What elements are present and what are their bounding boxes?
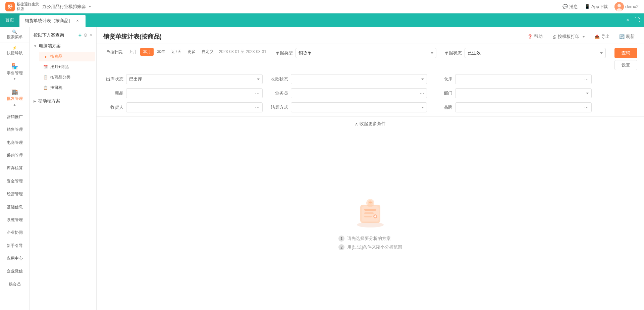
product-label: 商品: [103, 90, 123, 96]
nav-icon: ⚡: [0, 46, 29, 50]
topbar-right: 💬 消息 📱 App下载 demo2: [562, 2, 639, 11]
export-button[interactable]: 📤 导出: [592, 32, 612, 41]
sidebar-item-sales[interactable]: 销售管理: [0, 123, 29, 136]
empty-illustration: [350, 191, 390, 231]
filter-item-by-product[interactable]: ● 按商品: [39, 52, 95, 61]
salesperson-dots-icon[interactable]: ···: [420, 91, 424, 96]
sidebar-item-inventory[interactable]: 库存核算: [0, 162, 29, 174]
sidebar-item-basic[interactable]: 基础信息: [0, 201, 29, 213]
filter-panel: 按以下方案查询 + ⊙ « ▼ 电脑端方案 ● 按商品: [30, 27, 97, 310]
salesperson-select[interactable]: ···: [291, 88, 427, 98]
date-tabs: 上月 本月 本年 近7天 更多 自定义: [126, 48, 216, 56]
brand-dots-icon[interactable]: ···: [584, 105, 589, 110]
sidebar-item-enterprise[interactable]: 企业协同: [0, 226, 29, 239]
date-tab-more[interactable]: 更多: [185, 48, 198, 56]
sidebar-item-appstore[interactable]: 应用中心: [0, 252, 29, 265]
tab-maximize-icon[interactable]: ⛶: [633, 16, 641, 24]
brand-select[interactable]: ···: [455, 102, 592, 112]
svg-rect-8: [364, 216, 372, 217]
date-tab-this-month[interactable]: 本月: [140, 48, 154, 56]
date-tab-custom[interactable]: 自定义: [199, 48, 216, 56]
date-tab-this-year[interactable]: 本年: [154, 48, 168, 56]
doc-type-select[interactable]: 销货单: [296, 48, 437, 58]
print-chevron-icon: [582, 36, 585, 38]
message-button[interactable]: 💬 消息: [562, 4, 578, 10]
pc-scheme-category[interactable]: ▼ 电脑端方案: [30, 41, 96, 51]
out-status-select[interactable]: 已出库: [126, 74, 263, 84]
tab-active[interactable]: 销货单统计表（按商品） ×: [19, 15, 86, 27]
filter-item-by-category[interactable]: 📋 按商品分类: [39, 72, 95, 82]
sidebar-item-member[interactable]: 畅会员: [0, 278, 29, 291]
warehouse-select[interactable]: ···: [455, 74, 592, 84]
sidebar-item-purchase[interactable]: 采购管理: [0, 149, 29, 162]
collect-status-chevron-icon: [421, 79, 424, 80]
product-select[interactable]: ···: [126, 88, 263, 98]
mobile-scheme-arrow-icon: ▶: [34, 99, 36, 103]
quick-nav-button[interactable]: ⚡ 快捷导航: [0, 43, 29, 59]
print-icon: 🖨: [552, 34, 556, 39]
pc-scheme-arrow-icon: ▼: [34, 44, 37, 48]
collapse-panel-icon[interactable]: «: [90, 32, 92, 38]
filter-item-by-month-product[interactable]: 📅 按月+商品: [39, 62, 95, 72]
date-tab-last-month[interactable]: 上月: [126, 48, 140, 56]
sidebar-item-wholesale[interactable]: 🏬 批发管理 ▲: [0, 85, 29, 110]
user-area[interactable]: demo2: [614, 2, 639, 11]
sidebar-item-retail[interactable]: 🏪 零售管理 ▼: [0, 59, 29, 85]
mobile-scheme-category[interactable]: ▶ 移动端方案: [30, 96, 96, 106]
search-menu-button[interactable]: 🔍 搜索菜单: [0, 27, 29, 43]
product-dots-icon[interactable]: ···: [255, 91, 259, 96]
sidebar-item-ecommerce[interactable]: 电商管理: [0, 136, 29, 149]
pc-scheme-section: ▼ 电脑端方案 ● 按商品 📅 按月+商品 📋 按商品分类: [30, 40, 96, 95]
sidebar-item-marketing[interactable]: 营销推广: [0, 110, 29, 123]
tab-minimize-icon[interactable]: ×: [625, 16, 631, 24]
collapse-button[interactable]: ∧ 收起更多条件: [351, 119, 390, 128]
tab-home[interactable]: 首页: [0, 13, 19, 27]
settlement-select[interactable]: [291, 102, 427, 112]
svg-point-1: [618, 4, 621, 7]
tab-close-icon[interactable]: ×: [75, 18, 80, 23]
query-actions: 查询 设置: [614, 48, 637, 70]
tabbar: 首页 销货单统计表（按商品） × × ⛶: [0, 13, 644, 27]
filter-item-by-driver[interactable]: 📋 按司机: [39, 83, 95, 93]
refresh-button[interactable]: 🔄 刷新: [616, 32, 637, 41]
print-template-button[interactable]: 🖨 按模板打印: [549, 32, 588, 41]
help-button[interactable]: ❓ 帮助: [525, 32, 545, 41]
dept-select[interactable]: [455, 88, 592, 98]
warehouse-dots-icon[interactable]: ···: [584, 76, 589, 82]
sidebar-item-finance[interactable]: 资金管理: [0, 175, 29, 188]
tabbar-right: × ⛶: [622, 13, 644, 27]
by-category-icon: 📋: [43, 75, 48, 80]
settlement-label: 结算方式: [268, 104, 288, 110]
scheme-settings-icon[interactable]: ⊙: [84, 32, 88, 38]
dept-label: 部门: [432, 90, 452, 96]
brand-label: 品牌: [432, 104, 452, 110]
sidebar-item-operation[interactable]: 经营管理: [0, 188, 29, 200]
doc-status-select[interactable]: 已生效: [465, 48, 606, 58]
empty-tip-1: 1 请先选择要分析的方案: [338, 236, 402, 242]
topbar-left: 好 畅捷通好生意 标版 办公用品行业模拟账套: [5, 2, 91, 11]
content-area: 按以下方案查询 + ⊙ « ▼ 电脑端方案 ● 按商品: [30, 27, 644, 310]
app-download-button[interactable]: 📱 App下载: [585, 4, 608, 10]
breadcrumb[interactable]: 办公用品行业模拟账套: [42, 4, 91, 10]
page-actions: ❓ 帮助 🖨 按模板打印 📤 导出 🔄 刷新: [525, 32, 637, 41]
sidebar-item-newbie[interactable]: 新手引导: [0, 239, 29, 252]
svg-rect-7: [364, 212, 374, 214]
sidebar-item-wechat[interactable]: 企业微信: [0, 265, 29, 277]
tip-2-number: 2: [338, 244, 344, 250]
receiver-select[interactable]: ···: [126, 102, 263, 112]
pc-scheme-items: ● 按商品 📅 按月+商品 📋 按商品分类 📋 按司机: [30, 52, 96, 93]
collect-status-select[interactable]: [291, 74, 427, 84]
by-driver-icon: 📋: [43, 85, 48, 91]
add-scheme-icon[interactable]: +: [78, 32, 82, 38]
receiver-label: 收货人: [103, 104, 123, 110]
date-label: 单据日期: [103, 49, 123, 55]
settings-button[interactable]: 设置: [614, 60, 637, 70]
collect-status-label: 收款状态: [268, 76, 288, 82]
help-icon: ❓: [527, 34, 533, 39]
wholesale-arrow-icon: ▲: [13, 103, 16, 106]
date-tab-7days[interactable]: 近7天: [168, 48, 184, 56]
message-icon: 💬: [562, 4, 568, 9]
receiver-dots-icon[interactable]: ···: [255, 105, 259, 110]
search-button[interactable]: 查询: [614, 48, 637, 58]
sidebar-item-system[interactable]: 系统管理: [0, 213, 29, 226]
